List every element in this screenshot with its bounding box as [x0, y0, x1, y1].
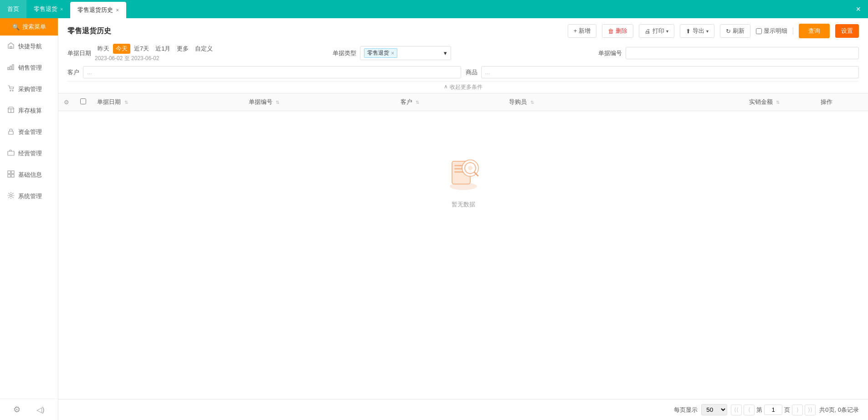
sidebar-item-system[interactable]: 系统管理 — [0, 185, 58, 207]
empty-state: 暂无数据 — [58, 111, 868, 245]
page-last-button[interactable]: ⟩⟩ — [805, 405, 816, 415]
shopping-icon — [7, 85, 15, 93]
lock-icon — [7, 128, 15, 136]
sidebar-item-purchase-label: 采购管理 — [18, 85, 42, 93]
svg-point-14 — [10, 195, 12, 197]
print-icon: 🖨 — [645, 28, 651, 35]
sidebar-item-system-label: 系统管理 — [18, 192, 42, 200]
svg-rect-8 — [9, 131, 13, 134]
customer-placeholder: ... — [87, 69, 92, 76]
grid-icon — [7, 170, 15, 179]
gear-icon[interactable]: ⚙ — [13, 405, 21, 415]
sidebar-item-finance-label: 资金管理 — [18, 128, 42, 136]
type-tag: 零售退货 × — [364, 48, 397, 58]
main-layout: 🔍 搜索菜单 快捷导航 销售管理 采购管理 库存核算 — [0, 18, 868, 420]
print-chevron-icon: ▾ — [666, 29, 668, 34]
order-no-input[interactable] — [626, 47, 859, 59]
th-amount-label: 实销金额 — [749, 98, 773, 105]
divider — [793, 27, 793, 35]
export-button[interactable]: ⬆ 导出 ▾ — [680, 24, 714, 38]
home-icon — [7, 42, 15, 51]
page-first-button[interactable]: ⟨⟨ — [731, 405, 742, 415]
th-settings: ⚙ — [58, 93, 75, 111]
collapse-bar[interactable]: ∧ 收起更多条件 — [67, 81, 859, 93]
search-icon: 🔍 — [12, 24, 20, 31]
show-detail-checkbox[interactable] — [756, 28, 762, 34]
page-number-input[interactable] — [764, 405, 782, 415]
retail-return-history-tab-close[interactable]: × — [116, 7, 118, 13]
page-size-label: 每页显示 — [674, 406, 698, 414]
th-date-sort[interactable]: ⇅ — [124, 100, 128, 105]
sidebar-item-sales[interactable]: 销售管理 — [0, 57, 58, 78]
retail-return-tab-label: 零售退货 — [34, 5, 57, 13]
tab-home[interactable]: 首页 — [0, 0, 26, 18]
refresh-button[interactable]: ↻ 刷新 — [720, 24, 750, 38]
box-icon — [7, 106, 15, 115]
volume-icon[interactable]: ◁) — [36, 405, 44, 414]
svg-rect-10 — [8, 171, 10, 174]
data-table: ⚙ 单据日期 ⇅ 单据编号 ⇅ — [58, 93, 868, 111]
query-button-label: 查询 — [808, 27, 820, 35]
customer-input[interactable]: ... — [83, 66, 461, 78]
sidebar-item-quick-nav[interactable]: 快捷导航 — [0, 36, 58, 57]
select-all-checkbox[interactable] — [80, 98, 86, 104]
th-guide-sort[interactable]: ⇅ — [530, 100, 534, 105]
delete-button[interactable]: 🗑 删除 — [602, 24, 633, 38]
table-settings-icon[interactable]: ⚙ — [64, 99, 69, 106]
print-button[interactable]: 🖨 打印 ▾ — [639, 24, 674, 38]
date-filter-label: 单据日期 — [67, 49, 91, 57]
delete-button-label: 删除 — [616, 27, 627, 35]
tab-retail-return-history[interactable]: 零售退货历史 × — [70, 2, 126, 18]
export-icon: ⬆ — [686, 28, 691, 35]
retail-return-tab-close[interactable]: × — [60, 6, 63, 12]
date-more[interactable]: 更多 — [174, 44, 191, 54]
type-filter-item: 单据类型 零售退货 × ▾ — [333, 46, 593, 60]
date-7days[interactable]: 近7天 — [131, 44, 152, 54]
svg-rect-2 — [10, 66, 11, 70]
tab-retail-return[interactable]: 零售退货 × — [26, 0, 70, 18]
sidebar-item-inventory[interactable]: 库存核算 — [0, 100, 58, 121]
page-next-button[interactable]: ⟩ — [792, 405, 803, 415]
setting-button[interactable]: 设置 — [835, 24, 859, 38]
sidebar-item-finance[interactable]: 资金管理 — [0, 121, 58, 143]
total-label: 共0页, 0条记录 — [819, 406, 859, 414]
close-icon: × — [856, 5, 861, 14]
date-yesterday[interactable]: 昨天 — [95, 44, 112, 54]
type-select[interactable]: 零售退货 × ▾ — [360, 46, 451, 60]
th-amount-sort[interactable]: ⇅ — [776, 100, 780, 105]
th-actions-label: 操作 — [821, 98, 832, 105]
customer-filter-item: 客户 ... — [67, 66, 461, 78]
window-close-button[interactable]: × — [856, 0, 868, 18]
th-customer-sort[interactable]: ⇅ — [416, 100, 419, 105]
svg-rect-1 — [8, 67, 9, 70]
date-today[interactable]: 今天 — [113, 44, 130, 54]
sidebar-item-basic-info[interactable]: 基础信息 — [0, 164, 58, 185]
th-order-no-sort[interactable]: ⇅ — [276, 100, 279, 105]
type-filter-label: 单据类型 — [333, 49, 356, 57]
date-1month[interactable]: 近1月 — [153, 44, 173, 54]
settings-icon — [7, 192, 15, 200]
type-tag-remove[interactable]: × — [391, 50, 394, 56]
query-button[interactable]: 查询 — [799, 24, 830, 38]
goods-label: 商品 — [466, 68, 478, 77]
setting-button-label: 设置 — [841, 27, 853, 35]
sidebar-search[interactable]: 🔍 搜索菜单 — [0, 18, 58, 36]
new-button[interactable]: + 新增 — [568, 24, 596, 38]
customer-label: 客户 — [67, 68, 79, 77]
content-area: 零售退货历史 + 新增 🗑 删除 🖨 打印 ▾ ⬆ — [58, 18, 868, 420]
goods-placeholder: ... — [485, 69, 490, 76]
th-order-no: 单据编号 ⇅ — [243, 93, 395, 111]
page-size-select[interactable]: 20 50 100 — [701, 404, 727, 415]
sidebar-item-operations[interactable]: 经营管理 — [0, 143, 58, 164]
table-header-row: ⚙ 单据日期 ⇅ 单据编号 ⇅ — [58, 93, 868, 111]
export-button-label: 导出 — [693, 27, 704, 35]
export-chevron-icon: ▾ — [706, 29, 709, 34]
sidebar-bottom: ⚙ ◁) — [0, 399, 58, 420]
sidebar-item-inventory-label: 库存核算 — [18, 107, 42, 115]
page-prev-button[interactable]: ⟨ — [744, 405, 755, 415]
sidebar-item-purchase[interactable]: 采购管理 — [0, 78, 58, 100]
filter-row-2: 客户 ... 商品 ... — [67, 66, 859, 78]
refresh-button-label: 刷新 — [733, 27, 745, 35]
goods-input[interactable]: ... — [481, 66, 859, 78]
date-custom[interactable]: 自定义 — [192, 44, 216, 54]
